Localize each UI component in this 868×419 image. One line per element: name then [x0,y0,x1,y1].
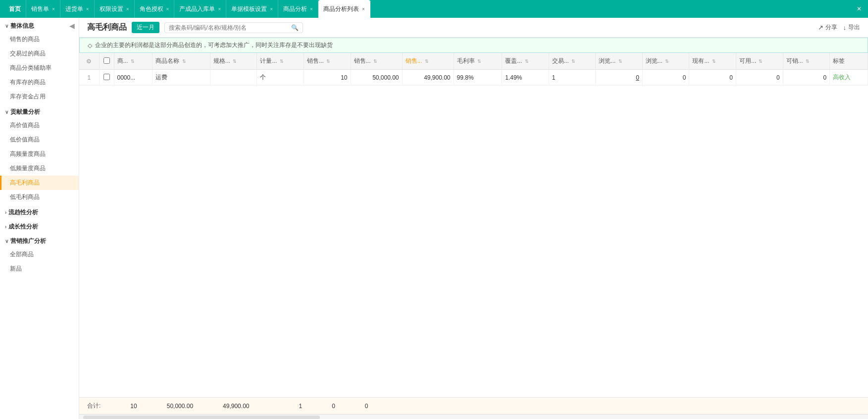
col-code-sort[interactable]: ⇅ [131,59,135,64]
sidebar-item-all-goods[interactable]: 全部商品 [0,247,79,262]
notice-text: 企业的主要的利润都是这部分商品创造的，可考虑加大推广，同时关注库存是不要出现缺货 [95,41,333,49]
col-tag-header[interactable]: 标签 [830,53,868,70]
col-settings[interactable]: ⚙ [79,53,99,70]
col-check[interactable] [99,53,114,70]
col-salesqty-header[interactable]: 销售... ⇅ [304,53,351,70]
col-coverage-sort[interactable]: ⇅ [525,59,529,64]
select-all-checkbox[interactable] [103,57,110,64]
col-browse1-header[interactable]: 浏览... ⇅ [596,53,643,70]
search-box[interactable]: 🔍 [164,22,303,33]
sidebar-item-analysis-assist[interactable]: 商品分类辅助率 [0,61,79,75]
col-salesamt-sort[interactable]: ⇅ [373,59,377,64]
col-saleable-sort[interactable]: ⇅ [806,59,810,64]
search-icon[interactable]: 🔍 [291,24,299,31]
col-browse2-header[interactable]: 浏览... ⇅ [642,53,689,70]
horizontal-scrollbar[interactable] [79,414,868,419]
col-available-sort[interactable]: ⇅ [759,59,763,64]
settings-icon[interactable]: ⚙ [86,58,92,65]
col-unit-sort[interactable]: ⇅ [280,59,284,64]
sidebar-item-in-stock[interactable]: 有库存的商品 [0,75,79,90]
nav-tab-role[interactable]: 角色授权 × [135,0,175,18]
footer-stocknow: 0 [332,403,335,410]
nav-tab-template[interactable]: 单据模板设置 × [226,0,278,18]
search-input[interactable] [169,24,289,31]
table-footer: 合计: 10 50,000.00 49,900.00 1 0 0 [79,397,868,414]
col-trade-header[interactable]: 交易... ⇅ [549,53,596,70]
sidebar-group-wealth-label: 贡献量分析 [10,108,40,116]
sidebar-group-growth[interactable]: › 成长性分析 [0,219,79,233]
sidebar-item-stock-occupied[interactable]: 库存资金占用 [0,90,79,104]
nav-tab-purchase[interactable]: 进货单 × [60,0,95,18]
sidebar-item-low-freq[interactable]: 低频量度商品 [0,161,79,176]
nav-tab-permission[interactable]: 权限设置 × [95,0,135,18]
col-name-sort[interactable]: ⇅ [182,59,186,64]
export-button[interactable]: ↓ 导出 [843,23,861,32]
col-marginrate-sort[interactable]: ⇅ [477,59,481,64]
sidebar-item-traded-goods[interactable]: 交易过的商品 [0,47,79,61]
sidebar-collapse-button[interactable]: ◀ [69,22,75,30]
col-salescost-header[interactable]: 销售... ⇅ [402,53,454,70]
table-header-row: ⚙ 商... ⇅ 商品名称 ⇅ [79,53,868,70]
col-spec-header[interactable]: 规格... ⇅ [210,53,257,70]
content-header: 高毛利商品 近一月 🔍 ↗ 分享 ↓ 导出 [79,18,868,38]
col-salesqty-sort[interactable]: ⇅ [326,59,330,64]
col-stocknow-header[interactable]: 现有... ⇅ [689,53,736,70]
nav-tab-analysis-list[interactable]: 商品分析列表 × [318,0,370,18]
sidebar-group-trend[interactable]: › 流趋性分析 [0,204,79,219]
col-unit-header[interactable]: 计量... ⇅ [257,53,304,70]
col-salesamt-header[interactable]: 销售... ⇅ [351,53,402,70]
nav-tab-role-close[interactable]: × [166,6,169,12]
nav-tab-home-label: 首页 [9,5,21,13]
row-checkbox[interactable] [103,74,110,80]
sidebar-item-high-margin[interactable]: 高毛利商品 [0,176,79,190]
sidebar-item-new-goods[interactable]: 新品 [0,262,79,276]
cell-unit: 个 [257,70,304,86]
sidebar-item-sales-goods[interactable]: 销售的商品 [0,32,79,47]
sidebar-group-wealth[interactable]: ∨ 贡献量分析 [0,104,79,118]
cell-check[interactable] [99,70,114,86]
cell-browse1[interactable]: 0 [596,70,643,86]
nav-tab-home[interactable]: 首页 [4,0,26,18]
nav-tab-permission-close[interactable]: × [126,6,129,12]
col-browse2-sort[interactable]: ⇅ [665,59,669,64]
cell-seq: 1 [79,70,99,86]
col-name-header[interactable]: 商品名称 ⇅ [153,53,210,70]
notice-bar: ◇ 企业的主要的利润都是这部分商品创造的，可考虑加大推广，同时关注库存是不要出现… [79,38,868,53]
col-browse1-sort[interactable]: ⇅ [618,59,622,64]
tag-badge: 高收入 [833,74,851,81]
close-all-button[interactable]: ✕ [850,0,868,18]
nav-tab-analysis-list-close[interactable]: × [362,6,365,12]
nav-tab-permission-label: 权限设置 [100,5,123,13]
page-title: 高毛利商品 [87,22,127,33]
nav-tab-product-in[interactable]: 产成品入库单 × [174,0,226,18]
nav-tab-template-close[interactable]: × [270,6,273,12]
nav-tab-template-label: 单据模板设置 [231,5,267,13]
sidebar-item-high-freq[interactable]: 高频量度商品 [0,147,79,161]
col-trade-sort[interactable]: ⇅ [571,59,575,64]
nav-tab-analysis[interactable]: 商品分析 × [278,0,318,18]
sidebar-group-overall[interactable]: ∨ 整体信息 [0,18,79,32]
col-saleable-header[interactable]: 可销... ⇅ [783,53,830,70]
cell-spec [210,70,257,86]
col-available-header[interactable]: 可用... ⇅ [736,53,783,70]
nav-tab-purchase-close[interactable]: × [86,6,89,12]
sidebar: ◀ ∨ 整体信息 销售的商品 交易过的商品 商品分类辅助率 有库存的商品 库存资… [0,18,79,419]
cell-tag: 高收入 [830,70,868,86]
col-salescost-sort[interactable]: ⇅ [425,59,429,64]
sidebar-item-low-margin[interactable]: 低毛利商品 [0,190,79,204]
nav-tab-sales-close[interactable]: × [52,6,55,12]
col-code-header[interactable]: 商... ⇅ [114,53,153,70]
sidebar-item-low-value[interactable]: 低价值商品 [0,133,79,147]
sidebar-group-marketing[interactable]: ∨ 营销推广分析 [0,233,79,247]
time-filter-button[interactable]: 近一月 [132,22,159,33]
col-spec-sort[interactable]: ⇅ [233,59,237,64]
share-button[interactable]: ↗ 分享 [818,23,837,32]
col-marginrate-header[interactable]: 毛利率 ⇅ [454,53,502,70]
sidebar-item-high-value[interactable]: 高价值商品 [0,118,79,133]
sidebar-group-wealth-arrow: ∨ [5,109,8,115]
nav-tab-analysis-close[interactable]: × [310,6,313,12]
col-coverage-header[interactable]: 覆盖... ⇅ [502,53,549,70]
col-stocknow-sort[interactable]: ⇅ [712,59,716,64]
nav-tab-sales[interactable]: 销售单 × [26,0,60,18]
nav-tab-product-in-close[interactable]: × [218,6,221,12]
